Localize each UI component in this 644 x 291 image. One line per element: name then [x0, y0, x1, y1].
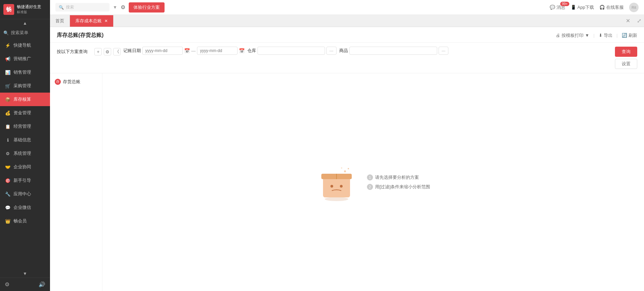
divider2: | — [617, 33, 618, 38]
product-more-btn[interactable]: ··· — [439, 47, 449, 55]
message-badge: 99+ — [560, 2, 569, 6]
sidebar-item-marketing[interactable]: 📢 营销推广 — [0, 52, 50, 66]
hint-1-text: 请先选择要分析的方案 — [375, 174, 419, 180]
svg-point-8 — [341, 167, 342, 169]
purchase-icon: 🛒 — [5, 83, 11, 89]
print-dropdown-icon[interactable]: ▼ — [585, 33, 589, 38]
date-to-input[interactable] — [197, 47, 238, 55]
logo-badge: 标准版 — [17, 10, 41, 15]
filter-right-btns: 查询 设置 — [615, 47, 637, 69]
warehouse-input[interactable] — [257, 47, 325, 55]
sidebar-item-guide[interactable]: 🎯 新手引导 — [0, 174, 50, 187]
date-field-group: 记账日期 📅 — 📅 — [123, 47, 245, 55]
page-header: 库存总账(存货总账) 🖨 按模板打印 ▼ | ⬇ 导出 | 🔄 刷新 — [50, 27, 644, 43]
sidebar-item-member[interactable]: 👑 畅会员 — [0, 214, 50, 228]
sidebar-item-finance[interactable]: 💰 资金管理 — [0, 106, 50, 120]
scroll-up-btn[interactable]: ▲ — [0, 19, 50, 27]
sidebar-search-label: 搜索菜单 — [11, 30, 28, 36]
print-template-btn[interactable]: 🖨 按模板打印 ▼ — [556, 32, 589, 39]
print-label: 按模板打印 — [562, 32, 584, 39]
topbar-search-text: 搜索 — [66, 4, 74, 10]
online-service-btn[interactable]: 🎧 在线客服 — [599, 4, 624, 10]
sidebar-item-quick-nav[interactable]: ⚡ 快捷导航 — [0, 39, 50, 52]
page-header-actions: 🖨 按模板打印 ▼ | ⬇ 导出 | 🔄 刷新 — [556, 32, 637, 39]
scheme-item-icon: 存 — [55, 79, 61, 85]
tab-panel-close-btn[interactable]: ✕ — [622, 18, 634, 24]
empty-hint-2: 2 用[过滤]条件来缩小分析范围 — [367, 184, 430, 190]
app-icon: 📱 — [571, 5, 576, 10]
sidebar-item-label: 系统管理 — [14, 150, 31, 156]
settings-btn[interactable]: 设置 — [615, 59, 637, 69]
export-btn[interactable]: ⬇ 导出 — [599, 32, 613, 39]
hint-2-text: 用[过滤]条件来缩小分析范围 — [375, 184, 430, 190]
scheme-sidebar: 存 存货总账 — [50, 73, 102, 291]
sidebar-item-wechat[interactable]: 💬 企业微信 — [0, 201, 50, 214]
sidebar-item-system[interactable]: ⚙ 系统管理 — [0, 147, 50, 160]
empty-state: 1 请先选择要分析的方案 2 用[过滤]条件来缩小分析范围 — [102, 73, 644, 291]
sidebar-item-label: 企业协同 — [14, 164, 31, 170]
svg-point-0 — [325, 197, 348, 201]
sidebar-item-sales[interactable]: 📊 销售管理 — [0, 66, 50, 79]
calendar-to-icon[interactable]: 📅 — [239, 48, 245, 53]
warehouse-more-btn[interactable]: ··· — [326, 47, 337, 55]
sidebar-item-label: 基础信息 — [14, 137, 31, 143]
filter-actions: ＋ ⚙ 《 — [94, 47, 121, 55]
sidebar-item-basic-info[interactable]: ℹ 基础信息 — [0, 133, 50, 147]
calendar-from-icon[interactable]: 📅 — [184, 48, 190, 53]
member-icon: 👑 — [5, 218, 11, 224]
filter-collapse-btn[interactable]: 《 — [113, 48, 121, 55]
query-btn[interactable]: 查询 — [615, 47, 637, 57]
sidebar-item-label: 经营管理 — [14, 123, 31, 129]
sidebar-item-app-center[interactable]: 🔧 应用中心 — [0, 187, 50, 201]
tab-close-icon[interactable]: ✕ — [104, 19, 108, 23]
svg-point-7 — [348, 168, 349, 169]
scheme-item-inventory-ledger[interactable]: 存 存货总账 — [50, 76, 102, 88]
refresh-btn[interactable]: 🔄 刷新 — [622, 32, 637, 39]
sidebar-item-inventory[interactable]: 📦 库存核算 — [0, 93, 50, 106]
product-input[interactable] — [349, 47, 437, 55]
tab-home[interactable]: 首页 — [50, 15, 70, 27]
topbar-search-icon: 🔍 — [59, 5, 64, 10]
topbar-right: 💬 消息 99+ 📱 App下载 🎧 在线客服 Rit — [550, 3, 639, 12]
empty-svg — [316, 162, 357, 202]
app-download-btn[interactable]: 📱 App下载 — [571, 4, 594, 10]
export-label: 导出 — [604, 32, 613, 39]
tab-panel-expand-btn[interactable]: ⤢ — [634, 18, 644, 24]
sidebar-search[interactable]: 🔍 搜索菜单 — [0, 27, 50, 39]
sidebar-item-enterprise[interactable]: 🤝 企业协同 — [0, 160, 50, 174]
wechat-icon: 💬 — [5, 204, 11, 211]
page-content: 库存总账(存货总账) 🖨 按模板打印 ▼ | ⬇ 导出 | 🔄 刷新 — [50, 27, 644, 291]
filter-add-btn[interactable]: ＋ — [94, 48, 102, 55]
tab-home-label: 首页 — [55, 18, 64, 24]
sidebar-item-label: 企业微信 — [14, 204, 31, 211]
sidebar-item-purchase[interactable]: 🛒 采购管理 — [0, 79, 50, 93]
sidebar-item-operation[interactable]: 📋 经营管理 — [0, 120, 50, 133]
svg-rect-1 — [323, 177, 350, 197]
operation-icon: 📋 — [5, 123, 11, 129]
trial-btn[interactable]: 体验行业方案 — [129, 2, 165, 13]
speaker-footer-icon[interactable]: 🔊 — [39, 281, 45, 288]
system-icon: ⚙ — [5, 150, 11, 156]
message-btn[interactable]: 💬 消息 99+ — [550, 4, 565, 10]
settings-footer-icon[interactable]: ⚙ — [5, 281, 9, 288]
main-body: 存 存货总账 — [50, 73, 644, 291]
filter-config-btn[interactable]: ⚙ — [104, 48, 111, 55]
sidebar: 畅 畅捷通好生意 标准版 ▲ 🔍 搜索菜单 ⚡ 快捷导航 📢 营销推广 📊 销售… — [0, 0, 50, 291]
enterprise-icon: 🤝 — [5, 164, 11, 170]
finance-icon: 💰 — [5, 110, 11, 116]
sidebar-item-label: 快捷导航 — [14, 42, 31, 48]
topbar: 🔍 搜索 ▼ ⚙ 体验行业方案 💬 消息 99+ 📱 App下载 🎧 在线客服 … — [50, 0, 644, 15]
sidebar-item-label: 库存核算 — [14, 96, 31, 102]
topbar-gear-icon[interactable]: ⚙ — [121, 4, 125, 10]
date-dash: — — [191, 48, 196, 53]
product-label: 商品 — [339, 48, 348, 54]
online-service-label: 在线客服 — [606, 4, 624, 10]
date-label: 记账日期 — [123, 48, 141, 54]
topbar-dropdown-icon[interactable]: ▼ — [113, 5, 117, 10]
logo-name: 畅捷通好生意 — [17, 4, 41, 10]
date-from-input[interactable] — [142, 47, 183, 55]
tab-inventory-cost[interactable]: 库存成本总账 ✕ — [70, 15, 114, 27]
topbar-search[interactable]: 🔍 搜索 — [55, 3, 109, 11]
scroll-down-btn[interactable]: ▼ — [0, 270, 50, 277]
user-avatar[interactable]: Rit — [629, 3, 639, 12]
